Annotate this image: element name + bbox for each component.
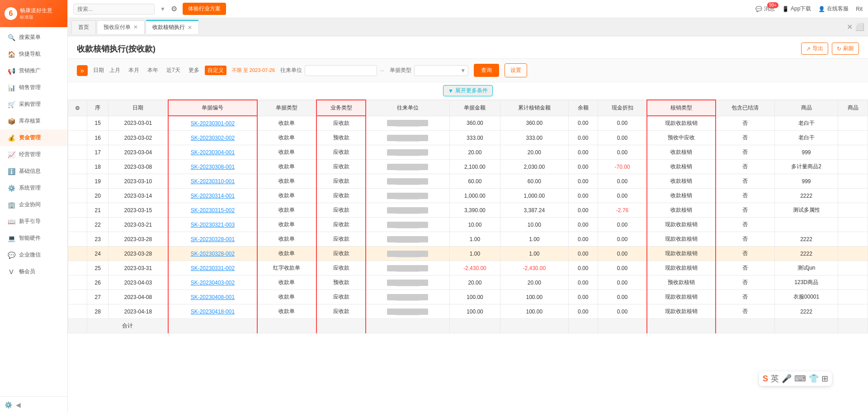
cell-doc-no: SK-20230301-002 — [168, 116, 257, 131]
filter-dots[interactable]: ··· — [380, 67, 384, 74]
table-row[interactable]: 21 2023-03-15 SK-20230315-002 收款单 应收款 ██… — [68, 203, 868, 218]
system-icon: ⚙️ — [7, 185, 15, 192]
settings-button[interactable]: 设置 — [505, 63, 527, 77]
query-button[interactable]: 查询 — [474, 64, 499, 77]
sidebar-nav: 🔍搜索菜单🏠快捷导航📢营销推广📊销售管理🛒采购管理📦库存核算💰资金管理📈经营管理… — [0, 27, 67, 396]
doc-no-link[interactable]: SK-20230408-001 — [191, 294, 235, 300]
page-title: 收款核销执行(按收款) — [77, 43, 156, 54]
user-item[interactable]: Rit — [856, 6, 863, 12]
sidebar-item-operations[interactable]: 📈经营管理 — [0, 146, 67, 163]
doc-no-link[interactable]: SK-20230328-002 — [191, 251, 235, 257]
table-row[interactable]: 17 2023-03-04 SK-20230304-001 收款单 应收款 ██… — [68, 145, 868, 160]
doc-no-link[interactable]: SK-20230314-001 — [191, 193, 235, 199]
cell-include-settled: 否 — [716, 116, 774, 131]
sidebar-item-sales[interactable]: 📊销售管理 — [0, 79, 67, 96]
cell-doc-type: 红字收款单 — [257, 261, 316, 275]
tab-close-collection[interactable]: ✕ — [188, 24, 192, 31]
export-button[interactable]: ↗ 导出 — [801, 43, 828, 55]
sidebar-item-enterprise[interactable]: 🏢企业协同 — [0, 196, 67, 213]
table-row[interactable]: 18 2023-03-08 SK-20230308-001 收款单 应收款 ██… — [68, 160, 868, 174]
cell-balance: 0.00 — [568, 275, 598, 290]
sidebar-item-basic[interactable]: ℹ️基础信息 — [0, 163, 67, 180]
table-row[interactable]: 28 2023-04-18 SK-20230418-001 收款单 应收款 ██… — [68, 304, 868, 319]
app-download-item[interactable]: 📱 App下载 — [782, 5, 811, 13]
tab-close-prepay[interactable]: ✕ — [133, 24, 138, 30]
filter-last-month[interactable]: 上月 — [107, 66, 123, 75]
table-row[interactable]: 25 2023-03-31 SK-20230331-002 红字收款单 应收款 … — [68, 261, 868, 275]
maximize-icon[interactable]: ⬜ — [855, 23, 864, 31]
gear-icon[interactable]: ⚙ — [171, 5, 177, 13]
doc-no-link[interactable]: SK-20230403-002 — [191, 280, 235, 286]
settings-icon[interactable]: ⚙️ — [5, 401, 12, 408]
table-row[interactable]: 20 2023-03-14 SK-20230314-001 收款单 应收款 ██… — [68, 189, 868, 203]
online-service-item[interactable]: 👤 在线客服 — [818, 5, 849, 13]
collapse-icon[interactable]: ◀ — [16, 401, 21, 408]
refresh-button[interactable]: ↻ 刷新 — [832, 43, 859, 55]
sidebar-item-guide[interactable]: 📖新手引导 — [0, 213, 67, 230]
doc-no-link[interactable]: SK-20230328-001 — [191, 236, 235, 242]
table-row[interactable]: 23 2023-03-28 SK-20230328-001 收款单 应收款 ██… — [68, 232, 868, 247]
expand-more-button[interactable]: ▼ 展开更多条件 — [443, 85, 493, 96]
table-row[interactable]: 15 2023-03-01 SK-20230301-002 收款单 应收款 ██… — [68, 116, 868, 131]
sidebar-item-hardware[interactable]: 💻智能硬件 — [0, 230, 67, 247]
filter-this-year[interactable]: 本年 — [145, 66, 161, 75]
sidebar-item-inventory[interactable]: 📦库存核算 — [0, 113, 67, 129]
doc-no-link[interactable]: SK-20230301-002 — [191, 120, 235, 127]
doc-no-link[interactable]: SK-20230315-002 — [191, 207, 235, 214]
cell-cash-discount: 0.00 — [598, 261, 647, 275]
table-row[interactable]: 16 2023-03-02 SK-20230302-002 收款单 预收款 ██… — [68, 131, 868, 145]
col-cumulative: 累计核销金额 — [500, 100, 568, 116]
sidebar-item-wechat[interactable]: 💬企业微信 — [0, 247, 67, 263]
cell-doc-type: 收款单 — [257, 189, 316, 203]
sidebar-item-finance[interactable]: 💰资金管理 — [0, 129, 67, 146]
table-row[interactable]: 19 2023-03-10 SK-20230310-001 收款单 应收款 ██… — [68, 174, 868, 189]
table-row[interactable]: 22 2023-03-21 SK-20230321-003 收款单 应收款 ██… — [68, 218, 868, 232]
wechat-icon: 💬 — [7, 252, 15, 259]
watermark-icon4[interactable]: 👕 — [809, 374, 819, 384]
filter-custom[interactable]: 自定义 — [205, 66, 226, 75]
total-amount — [449, 319, 500, 333]
filter-this-month[interactable]: 本月 — [126, 66, 142, 75]
col-include-settled: 包含已结清 — [716, 100, 774, 116]
filter-receipt-type-select[interactable] — [414, 65, 468, 76]
doc-no-link[interactable]: SK-20230308-001 — [191, 164, 235, 170]
sidebar-item-system[interactable]: ⚙️系统管理 — [0, 180, 67, 196]
watermark-icon2[interactable]: 🎤 — [782, 374, 792, 384]
watermark-icon5[interactable]: ⊞ — [821, 374, 828, 384]
search-input[interactable] — [73, 4, 155, 14]
messages-item[interactable]: 💬 消息 99+ — [755, 5, 775, 13]
doc-no-link[interactable]: SK-20230331-002 — [191, 265, 235, 271]
doc-no-link[interactable]: SK-20230304-001 — [191, 149, 235, 156]
doc-no-link[interactable]: SK-20230310-001 — [191, 178, 235, 185]
table-row[interactable]: 26 2023-04-03 SK-20230403-002 收款单 预收款 ██… — [68, 275, 868, 290]
close-window-icon[interactable]: ✕ — [847, 23, 853, 31]
doc-no-link[interactable]: SK-20230321-003 — [191, 222, 235, 228]
table-row[interactable]: 27 2023-04-08 SK-20230408-001 收款单 应收款 ██… — [68, 290, 868, 304]
watermark-icon1[interactable]: 英 — [771, 373, 779, 384]
col-settings[interactable]: ⚙ — [68, 100, 87, 116]
cell-goods2 — [838, 145, 868, 160]
cell-counterpart: ██████ — [366, 232, 449, 247]
filter-expand-button[interactable]: » — [77, 65, 88, 76]
inventory-icon: 📦 — [7, 118, 15, 125]
tab-home[interactable]: 首页 — [71, 20, 96, 34]
sidebar-item-purchase[interactable]: 🛒采购管理 — [0, 96, 67, 113]
cell-doc-type: 收款单 — [257, 174, 316, 189]
watermark-icon3[interactable]: ⌨ — [794, 374, 806, 384]
filter-last-7days[interactable]: 近7天 — [164, 66, 183, 75]
tab-collection[interactable]: 收款核销执行✕ — [146, 20, 199, 34]
doc-no-link[interactable]: SK-20230302-002 — [191, 135, 235, 141]
sidebar-item-member[interactable]: V畅会员 — [0, 263, 67, 280]
filter-counterpart-input[interactable] — [305, 65, 377, 76]
table-wrapper[interactable]: ⚙ 序 日期 单据编号 单据类型 业务类型 往来单位 单据金额 累计核销金额 余… — [68, 100, 868, 413]
table-row[interactable]: 24 2023-03-28 SK-20230328-002 收款单 应收款 ██… — [68, 247, 868, 261]
filter-more[interactable]: 更多 — [186, 66, 202, 75]
sidebar-item-quick[interactable]: 🏠快捷导航 — [0, 46, 67, 62]
dropdown-arrow-icon[interactable]: ▼ — [160, 6, 165, 12]
industry-solution-button[interactable]: 体验行业方案 — [183, 3, 226, 15]
sidebar-item-marketing[interactable]: 📢营销推广 — [0, 62, 67, 79]
cell-settings — [68, 174, 87, 189]
sidebar-item-search[interactable]: 🔍搜索菜单 — [0, 29, 67, 46]
doc-no-link[interactable]: SK-20230418-001 — [191, 309, 235, 315]
tab-prepay[interactable]: 预收应付单✕ — [97, 20, 145, 34]
